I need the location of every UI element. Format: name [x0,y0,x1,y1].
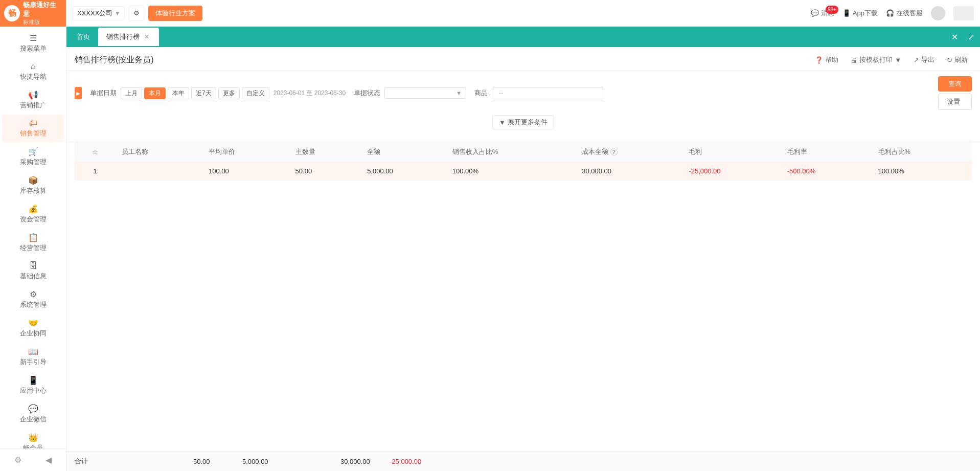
date-btn-7days[interactable]: 近7天 [191,87,216,99]
settings-side-btn[interactable]: 设置 [938,94,972,110]
sidebar-item-corp[interactable]: 🤝企业协同 [2,314,64,342]
date-btn-more[interactable]: 更多 [218,87,240,99]
sidebar-label-apps: 应用中心 [20,386,47,395]
tab-sales-ranking[interactable]: 销售排行榜 ✕ [98,28,159,46]
query-btn[interactable]: 查询 [938,76,972,92]
wechat-icon: 💬 [28,404,38,414]
sidebar-label-corp: 企业协同 [20,329,47,338]
expand-toggle-row: ▼ 展开更多条件 [75,110,972,137]
apps-icon: 📱 [28,375,38,385]
sidebar-item-system[interactable]: ⚙系统管理 [2,285,64,313]
date-btn-this-month[interactable]: 本月 [144,87,166,99]
th-avg-price: 平均单价 [202,142,289,162]
cell-main-qty: 50.00 [289,162,361,181]
sidebar-item-inventory[interactable]: 📦库存核算 [2,171,64,199]
th-cost: 成本全额 ? [576,142,682,162]
total-label: 合计 [75,457,136,466]
print-btn[interactable]: 🖨 按模板打印 ▼ [847,53,905,66]
topbar-settings-btn[interactable]: ⚙ [129,6,144,21]
sidebar-item-operation[interactable]: 📋经营管理 [2,229,64,257]
sidebar-logo: 畅 畅康通好生意 标准版 [0,0,66,27]
goods-input[interactable]: ··· [492,87,604,99]
sidebar-item-search[interactable]: ☰搜索菜单 [2,29,64,57]
app-download-icon: 📱 [842,9,851,17]
export-btn[interactable]: ↗ 导出 [909,53,939,66]
sidebar-item-purchase[interactable]: 🛒采购管理 [2,143,64,171]
expand-conditions-btn[interactable]: ▼ 展开更多条件 [492,115,554,129]
table-container: ☆ 员工名称 平均单价 主数量 全额 销售收入占比% 成本全额 ? 毛利 毛利率… [66,142,980,451]
cell-name [116,162,202,181]
th-sales-ratio: 销售收入占比% [446,142,576,162]
app-download-btn[interactable]: 📱 App下载 [842,9,878,18]
sales-ranking-tab-label: 销售排行榜 [106,32,140,41]
sidebar-label-member: 畅会员 [23,443,43,448]
right-filter-area: 查询 设置 [938,76,972,110]
sidebar-label-wechat: 企业微信 [20,415,47,424]
status-filter-label: 单据状态 [354,88,380,98]
sidebar-label-guide: 新手引导 [20,357,47,367]
goods-more-icon[interactable]: ··· [498,89,504,97]
help-btn[interactable]: ❓ 帮助 [811,53,842,66]
page-title: 销售排行榜(按业务员) [75,55,154,65]
page-header: 销售排行榜(按业务员) ❓ 帮助 🖨 按模板打印 ▼ ↗ 导出 [66,47,980,71]
main-wrapper: XXXXX公司 ▼ ⚙ 体验行业方案 💬 消息 99+ 📱 App下载 🎧 在线… [66,0,980,471]
help-icon: ❓ [815,56,823,64]
finance-icon: 💰 [28,204,38,214]
headset-icon: 🎧 [886,9,894,17]
operation-icon: 📋 [28,233,38,242]
cell-sales-ratio: 100.00% [446,162,576,181]
message-btn[interactable]: 💬 消息 99+ [811,9,834,18]
cell-profit-ratio: 100.00% [872,162,972,181]
collapse-btn[interactable]: ◀ [43,453,54,467]
sidebar-item-marketing[interactable]: 📢营销推广 [2,86,64,114]
status-filter-item: 单据状态 ▼ [354,87,466,99]
goods-filter-label: 商品 [474,88,488,98]
avatar[interactable] [931,6,945,20]
topbar: XXXXX公司 ▼ ⚙ 体验行业方案 💬 消息 99+ 📱 App下载 🎧 在线… [66,0,980,27]
th-name: 员工名称 [116,142,202,162]
date-range-display: 2023-06-01 至 2023-06-30 [274,89,346,98]
status-select[interactable]: ▼ [384,87,466,99]
page-container: 销售排行榜(按业务员) ❓ 帮助 🖨 按模板打印 ▼ ↗ 导出 [66,47,980,471]
company-chevron-icon: ▼ [115,10,120,16]
company-name: XXXXX公司 [77,9,112,18]
sidebar-item-wechat[interactable]: 💬企业微信 [2,400,64,428]
date-btn-custom[interactable]: 自定义 [242,87,269,99]
tab-home[interactable]: 首页 [69,28,98,46]
sidebar-item-sales[interactable]: 🏷销售管理 [2,115,64,142]
sidebar-item-member[interactable]: 👑畅会员 [2,429,64,448]
topbar-right: 💬 消息 99+ 📱 App下载 🎧 在线客服 [811,6,974,20]
page-actions: ❓ 帮助 🖨 按模板打印 ▼ ↗ 导出 ↻ 刷新 [811,53,972,66]
user-name-display[interactable] [953,6,974,20]
settings-footer-btn[interactable]: ⚙ [12,453,24,467]
company-selector[interactable]: XXXXX公司 ▼ [73,6,125,20]
tab-close-window-btn[interactable]: ✕ [947,30,962,44]
guide-icon: 📖 [28,347,38,356]
footer-main-qty: 50.00 [193,458,234,465]
tab-close-icon[interactable]: ✕ [143,33,151,41]
tab-maximize-btn[interactable]: ⤢ [964,30,978,44]
th-profit: 毛利 [682,142,781,162]
inventory-icon: 📦 [28,175,38,185]
content-area: 销售排行榜(按业务员) ❓ 帮助 🖨 按模板打印 ▼ ↗ 导出 [66,47,980,471]
filter-expand-icon[interactable]: ▶ [75,87,82,99]
trial-btn[interactable]: 体验行业方案 [148,6,202,21]
sidebar: 畅 畅康通好生意 标准版 ☰搜索菜单⌂快捷导航📢营销推广🏷销售管理🛒采购管理📦库… [0,0,66,471]
status-chevron-icon: ▼ [456,90,462,96]
goods-filter-item: 商品 ··· [474,87,604,99]
footer-amount: 5,000.00 [242,458,283,465]
online-service-btn[interactable]: 🎧 在线客服 [886,9,923,18]
refresh-btn[interactable]: ↻ 刷新 [943,53,972,66]
sidebar-label-marketing: 营销推广 [20,101,47,110]
sidebar-footer: ⚙ ◀ [0,448,66,471]
message-badge: 99+ [826,6,838,14]
sidebar-item-apps[interactable]: 📱应用中心 [2,371,64,399]
table-header-row: ☆ 员工名称 平均单价 主数量 全额 销售收入占比% 成本全额 ? 毛利 毛利率… [75,142,972,162]
sidebar-item-finance[interactable]: 💰资金管理 [2,200,64,228]
date-btn-last-month[interactable]: 上月 [121,87,142,99]
date-btn-this-year[interactable]: 本年 [168,87,189,99]
sidebar-item-shortcut[interactable]: ⌂快捷导航 [2,58,64,85]
sidebar-label-purchase: 采购管理 [20,158,47,167]
sidebar-item-guide[interactable]: 📖新手引导 [2,343,64,371]
sidebar-item-base[interactable]: 🗄基础信息 [2,257,64,285]
